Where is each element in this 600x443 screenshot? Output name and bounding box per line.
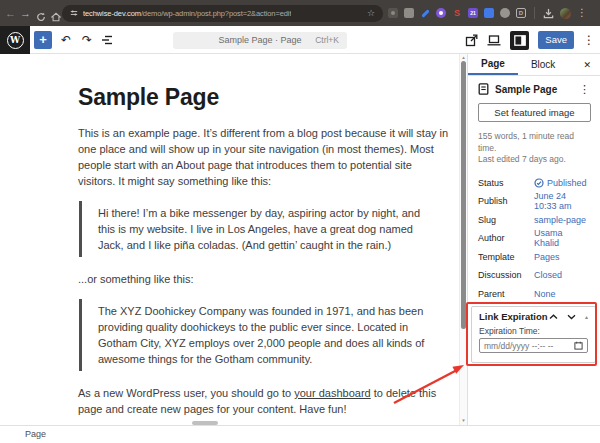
row-template: Template Pages [478,248,590,267]
extension-icon[interactable] [500,8,510,18]
tab-page[interactable]: Page [468,54,518,75]
discussion-value[interactable]: Closed [534,270,562,280]
quote-block[interactable]: Hi there! I’m a bike messenger by day, a… [79,201,450,257]
published-check-icon [534,178,544,188]
slug-value[interactable]: sample-page [534,215,586,225]
document-overview-icon[interactable] [101,34,115,46]
paragraph-block[interactable]: ...or something like this: [78,271,450,287]
row-discussion: Discussion Closed [478,266,590,285]
scroll-handle[interactable] [192,421,218,425]
address-bar[interactable]: techwise-dev.com/demo/wp-admin/post.php?… [62,5,383,22]
scroll-down-icon[interactable]: ▼ [460,418,467,423]
bookmark-star-icon[interactable]: ☆ [367,5,375,22]
extensions-row: S 21 D ⋮ [388,0,587,26]
dashboard-link[interactable]: your dashboard [294,387,370,399]
sidebar-tabs: Page Block ✕ [468,54,600,76]
annotation-arrow [380,352,475,412]
settings-sidebar: Page Block ✕ Sample Page ⋮ Set featured … [467,54,600,425]
browser-menu-icon[interactable]: ⋮ [577,0,587,26]
tab-block[interactable]: Block [518,54,568,75]
row-parent: Parent None [478,285,590,304]
divider [534,7,535,19]
extension-icon[interactable] [404,8,414,18]
pencil-extension-icon[interactable] [420,8,430,18]
options-menu-icon[interactable]: ⋮ [583,33,595,47]
toolbar-left-group: + ↶ ↷ [34,26,115,54]
screen: ← → techwise-dev.com/demo/wp-admin/post.… [0,0,600,443]
post-title[interactable]: Sample Page [78,84,450,111]
site-info-icon[interactable] [70,9,78,17]
row-slug: Slug sample-page [478,211,590,230]
extension-icon[interactable] [436,8,446,18]
paragraph-block[interactable]: This is an example page. It’s different … [78,125,450,189]
last-edited-text: Last edited 7 days ago. [478,154,590,166]
reload-icon[interactable] [33,4,48,22]
document-title: Sample Page · Page [218,35,301,45]
extension-icon[interactable] [484,8,494,18]
summary-rows: Status Published Publish June 24 10:33 a… [478,174,590,304]
undo-icon[interactable]: ↶ [59,33,73,47]
summary-options-icon[interactable]: ⋮ [579,83,590,96]
extension-icon[interactable]: 21 [468,8,478,18]
editor-toolbar: W + ↶ ↷ Sample Page · Page Ctrl+K Save ⋮ [0,26,600,54]
set-featured-image-button[interactable]: Set featured image [478,103,591,122]
row-author: Author Usama Khalid [478,229,590,248]
status-value[interactable]: Published [534,178,587,188]
save-button[interactable]: Save [538,31,574,49]
page-icon [478,83,489,95]
author-value[interactable]: Usama Khalid [534,228,590,248]
extension-icon[interactable]: D [516,8,526,18]
shortcut-hint: Ctrl+K [315,35,339,45]
scrollbar-thumb[interactable] [461,61,466,329]
block-inserter-button[interactable]: + [34,31,52,49]
parent-value[interactable]: None [534,289,556,299]
profile-avatar[interactable] [560,8,571,19]
highlight-box [466,302,597,366]
scroll-up-icon[interactable]: ▲ [460,55,467,60]
template-value[interactable]: Pages [534,252,560,262]
close-sidebar-icon[interactable]: ✕ [583,54,600,75]
back-icon[interactable]: ← [3,0,18,26]
downloads-icon[interactable] [543,8,554,19]
row-status: Status Published [478,174,590,193]
row-publish: Publish June 24 10:33 am [478,192,590,211]
word-count-text: 155 words, 1 minute read time. [478,131,590,154]
breadcrumb[interactable]: Page [25,426,600,443]
breadcrumb-bar: Page [0,425,600,443]
home-icon[interactable] [48,4,63,22]
browser-toolbar: ← → techwise-dev.com/demo/wp-admin/post.… [0,0,600,26]
view-page-icon[interactable] [465,34,478,47]
forward-icon[interactable]: → [18,0,33,26]
extension-icon[interactable] [388,8,398,18]
wordpress-logo[interactable]: W [0,26,30,54]
preview-desktop-icon[interactable] [487,34,501,47]
redo-icon[interactable]: ↷ [80,33,94,47]
publish-value[interactable]: June 24 10:33 am [534,191,590,211]
sidebar-doc-title: Sample Page [495,84,557,95]
toolbar-right-group: Save ⋮ [465,26,595,54]
extension-icon[interactable]: S [452,8,462,18]
settings-sidebar-toggle[interactable] [510,31,529,50]
document-summary-header: Sample Page ⋮ [468,76,600,102]
command-center[interactable]: Sample Page · Page Ctrl+K [173,32,347,49]
url-text: techwise-dev.com/demo/wp-admin/post.php?… [83,9,291,18]
